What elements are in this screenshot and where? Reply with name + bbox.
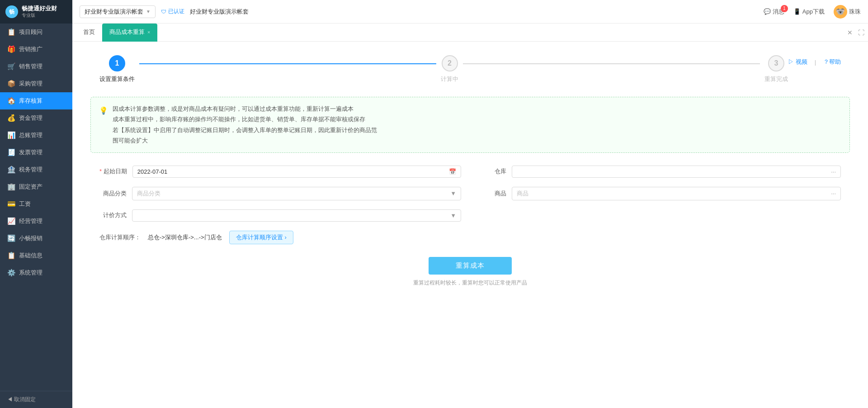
sidebar-item-tax[interactable]: 🏦 税务管理: [0, 161, 72, 178]
user-name: 珠珠: [849, 8, 861, 16]
purchase-icon: 📦: [7, 80, 15, 88]
window-expand-icon[interactable]: ⛶: [858, 29, 864, 36]
sidebar-unpin-button[interactable]: ◀ 取消固定: [0, 391, 72, 408]
step-1-circle: 1: [109, 55, 125, 71]
sidebar-item-label: 总账管理: [19, 131, 42, 139]
step-2-circle: 2: [442, 55, 458, 71]
step-3: 3 重算完成: [764, 55, 788, 83]
help-link[interactable]: ？帮助: [823, 58, 841, 66]
marketing-icon: 🎁: [7, 45, 15, 53]
info-line-1: 因成本计算参数调整，或是对商品成本有疑问时，可以通过成本重算功能，重新计算一遍成…: [113, 104, 377, 114]
expense-icon: 🔄: [7, 234, 15, 242]
category-dropdown-icon: ▼: [450, 190, 456, 197]
step-1: 1 设置重算条件: [99, 55, 135, 83]
account-selector[interactable]: 好业财专业版演示帐套 ▼: [80, 5, 156, 18]
tax-icon: 🏦: [7, 166, 15, 174]
sidebar-item-label: 项目顾问: [19, 28, 42, 36]
sidebar-item-project[interactable]: 📋 项目顾问: [0, 24, 72, 41]
sidebar-item-label: 发票管理: [19, 148, 42, 157]
sidebar-item-purchase[interactable]: 📦 采购管理: [0, 75, 72, 92]
start-date-field: * 起始日期 2022-07-01 📅: [99, 166, 461, 178]
system-icon: ⚙️: [7, 269, 15, 277]
app-download-button[interactable]: 📱 App下载: [793, 8, 825, 16]
sidebar-item-accounting[interactable]: 📊 总账管理: [0, 127, 72, 144]
message-badge: 1: [781, 5, 788, 12]
sidebar-item-invoice[interactable]: 🧾 发票管理: [0, 144, 72, 161]
dropdown-icon: ▼: [146, 9, 151, 14]
sidebar-logo: 畅: [5, 5, 18, 18]
recalc-note: 重算过程耗时较长，重算时您可以正常使用产品: [413, 279, 527, 287]
unpin-label: ◀ 取消固定: [7, 396, 36, 403]
phone-icon: 📱: [793, 8, 801, 15]
message-button[interactable]: 💬 消息 1: [764, 8, 784, 16]
category-field: 商品分类 商品分类 ▼: [99, 187, 461, 200]
form-row-1: * 起始日期 2022-07-01 📅 仓库 ···: [99, 166, 841, 178]
pricing-select[interactable]: ▼: [132, 209, 461, 222]
tab-home[interactable]: 首页: [76, 24, 102, 42]
tab-cost-recalc[interactable]: 商品成本重算 ×: [102, 24, 157, 42]
form-row-3: 计价方式 ▼: [99, 209, 841, 222]
product-field: 商品 商品 ···: [479, 187, 841, 200]
warehouse-label: 仓库: [479, 167, 506, 176]
video-link[interactable]: ▷ 视频: [788, 58, 807, 66]
warehouse-order-label: 仓库计算顺序：: [99, 233, 141, 242]
accounting-icon: 📊: [7, 131, 15, 139]
sidebar-item-inventory[interactable]: 🏠 库存核算: [0, 92, 72, 109]
tabs-bar: 首页 商品成本重算 × ✕ ⛶: [72, 24, 868, 42]
sidebar-edition: 专业版: [22, 12, 57, 19]
sidebar-item-label: 工资: [19, 200, 31, 208]
warehouse-more-icon[interactable]: ···: [831, 168, 836, 175]
sidebar-item-label: 小畅报销: [19, 234, 42, 242]
salary-icon: 💳: [7, 200, 15, 208]
step-2-number: 2: [448, 59, 452, 67]
finance-icon: 💰: [7, 114, 15, 122]
basic-icon: 📋: [7, 251, 15, 260]
sidebar-item-system[interactable]: ⚙️ 系统管理: [0, 264, 72, 281]
topbar-right: 💬 消息 1 📱 App下载 🐨 珠珠: [764, 5, 861, 19]
step-line-2: [463, 63, 760, 64]
project-icon: 📋: [7, 28, 15, 36]
tab-close-icon[interactable]: ×: [147, 29, 150, 35]
sidebar-item-assets[interactable]: 🏢 固定资产: [0, 178, 72, 195]
sidebar-nav: 📋 项目顾问 🎁 营销推广 🛒 销售管理 📦 采购管理 🏠 库存核算 💰 资金管…: [0, 24, 72, 391]
sales-icon: 🛒: [7, 62, 15, 71]
calendar-icon[interactable]: 📅: [449, 168, 456, 175]
sidebar: 畅 畅捷通好业财 专业版 📋 项目顾问 🎁 营销推广 🛒 销售管理 📦 采购管理…: [0, 0, 72, 408]
sidebar-item-operations[interactable]: 📈 经营管理: [0, 213, 72, 230]
sidebar-item-sales[interactable]: 🛒 销售管理: [0, 58, 72, 75]
warehouse-order-settings-button[interactable]: 仓库计算顺序设置 ›: [229, 231, 293, 244]
sidebar-item-finance[interactable]: 💰 资金管理: [0, 109, 72, 127]
operations-icon: 📈: [7, 217, 15, 225]
product-label: 商品: [479, 190, 506, 198]
step-3-circle: 3: [768, 55, 784, 71]
start-date-input[interactable]: 2022-07-01 📅: [132, 166, 461, 178]
info-line-2: 成本重算过程中，影响库存账的操作均不能操作，比如进货单、销货单、库存单据不能审核…: [113, 114, 377, 124]
product-more-icon[interactable]: ···: [831, 190, 836, 197]
sidebar-item-label: 采购管理: [19, 80, 42, 88]
window-close-icon[interactable]: ✕: [847, 29, 853, 36]
step-line-1: [139, 63, 436, 64]
sidebar-item-expense[interactable]: 🔄 小畅报销: [0, 230, 72, 247]
invoice-icon: 🧾: [7, 148, 15, 157]
stepper: 1 设置重算条件 2 计算中 3 重算完成 ▷ 视频: [90, 55, 850, 83]
sidebar-item-marketing[interactable]: 🎁 营销推广: [0, 41, 72, 58]
recalc-button[interactable]: 重算成本: [429, 257, 512, 275]
warehouse-order-btn-label: 仓库计算顺序设置: [236, 233, 283, 242]
sidebar-item-basic[interactable]: 📋 基础信息: [0, 247, 72, 264]
sidebar-item-label: 基础信息: [19, 251, 42, 260]
user-avatar-button[interactable]: 🐨 珠珠: [834, 5, 861, 19]
verified-badge: 🛡 已认证: [161, 8, 184, 15]
product-input[interactable]: 商品 ···: [512, 187, 841, 200]
tab-home-label: 首页: [83, 28, 95, 36]
tab-cost-recalc-label: 商品成本重算: [109, 28, 145, 36]
category-select[interactable]: 商品分类 ▼: [132, 187, 461, 200]
sidebar-item-label: 营销推广: [19, 45, 42, 53]
step-2: 2 计算中: [441, 55, 458, 83]
warehouse-input[interactable]: ···: [512, 166, 841, 178]
warehouse-order-value: 总仓->深圳仓库->...->门店仓: [148, 233, 222, 242]
pricing-field: 计价方式 ▼: [99, 209, 461, 222]
sidebar-item-salary[interactable]: 💳 工资: [0, 195, 72, 213]
step-1-label: 设置重算条件: [99, 75, 135, 83]
category-label: 商品分类: [99, 190, 127, 198]
app-download-label: App下载: [802, 8, 825, 16]
